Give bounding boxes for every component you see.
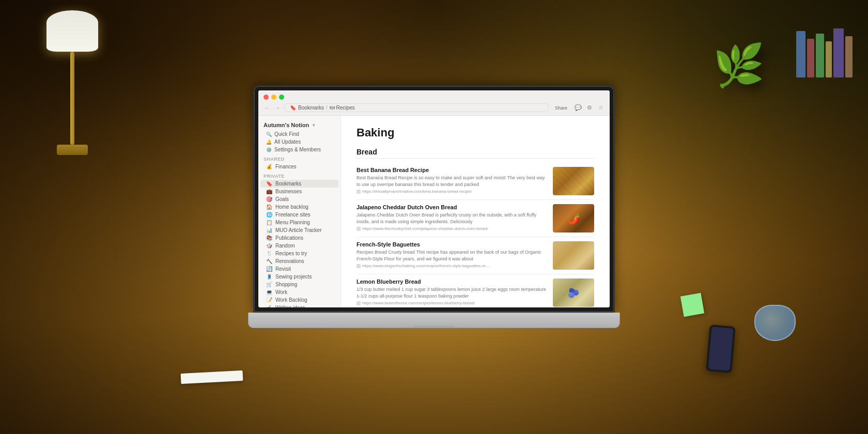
book-5 — [833, 28, 844, 78]
bowl — [754, 305, 796, 341]
recipe-baguette-info: French-Style Baguettes Recipes Bread Cru… — [357, 241, 548, 270]
recipe-banana-bread-info: Best Banana Bread Recipe Best Banana Bre… — [357, 167, 548, 195]
recipe-banana-bread[interactable]: Best Banana Bread Recipe Best Banana Bre… — [357, 163, 594, 200]
recipes-icon: 🍴 — [266, 251, 273, 256]
sidebar-item-recipes[interactable]: 🍴 Recipes to try — [260, 250, 338, 257]
recipe-jalapeno-info: Jalapeno Cheddar Dutch Oven Bread Jalape… — [357, 204, 548, 233]
muo-icon: 📊 — [266, 227, 273, 233]
recipe-banana-bread-url: https://thesaltymarshmallow.com/best-ban… — [357, 189, 548, 194]
sidebar-item-renovations[interactable]: 🔨 Renovations — [260, 257, 338, 265]
maximize-button[interactable] — [279, 95, 284, 100]
notebook — [181, 372, 243, 382]
recipe-jalapeno-title: Jalapeno Cheddar Dutch Oven Bread — [357, 204, 548, 210]
recipe-banana-bread-desc: Best Banana Bread Recipe is so easy to m… — [357, 175, 548, 188]
all-updates-label: All Updates — [274, 139, 301, 145]
shared-section-label: SHARED — [258, 153, 340, 163]
recipe-baguette-desc: Recipes Bread Crusty bread This recipe h… — [357, 249, 548, 262]
url-icon-2 — [357, 227, 361, 231]
laptop-keyboard — [248, 313, 620, 328]
laptop-screen: ← → 🔖 Bookmarks / 🍽 Recipes Share 💬 ⚙ ☆ — [253, 85, 615, 313]
writing-label: Writing ideas — [275, 305, 305, 307]
sidebar-item-menu-planning[interactable]: 📋 Menu Planning — [260, 219, 338, 226]
forward-button[interactable]: → — [274, 104, 281, 112]
work-label: Work — [275, 289, 287, 295]
bookmark-icon: 🔖 — [290, 105, 296, 111]
sidebar-item-goals[interactable]: 🎯 Goals — [260, 195, 338, 203]
recipe-jalapeno-img — [553, 204, 594, 233]
breadcrumb-bar[interactable]: 🔖 Bookmarks / 🍽 Recipes — [284, 103, 549, 112]
sidebar-item-bookmarks[interactable]: 🔖 Bookmarks — [260, 180, 338, 188]
sewing-icon: 🧵 — [266, 274, 273, 280]
finances-icon: 💰 — [266, 164, 273, 169]
recipe-jalapeno[interactable]: Jalapeno Cheddar Dutch Oven Bread Jalape… — [357, 200, 594, 237]
workspace-chevron-icon: ▼ — [312, 123, 316, 128]
book-4 — [826, 41, 832, 78]
shopping-icon: 🛒 — [266, 282, 273, 287]
goals-icon: 🎯 — [266, 196, 273, 202]
sidebar-item-shopping[interactable]: 🛒 Shopping — [260, 281, 338, 288]
url-icon — [357, 190, 361, 194]
app-layout: Autumn's Notion ▼ 🔍 Quick Find 🔔 All Upd… — [258, 116, 610, 307]
lamp-base — [57, 145, 88, 155]
renovations-icon: 🔨 — [266, 258, 273, 264]
sidebar-item-revisit[interactable]: 🔄 Revisit — [260, 265, 338, 273]
sidebar-item-publications[interactable]: 📚 Publications — [260, 234, 338, 242]
settings-icon: ⚙️ — [266, 147, 272, 152]
page-title: Baking — [357, 126, 594, 140]
shopping-label: Shopping — [275, 282, 297, 287]
businesses-icon: 💼 — [266, 189, 273, 194]
share-button[interactable]: Share — [552, 104, 570, 112]
sidebar-item-random[interactable]: 🎲 Random — [260, 242, 338, 250]
close-button[interactable] — [264, 95, 269, 100]
businesses-label: Businesses — [275, 189, 302, 194]
recipe-lemon-bread-info: Lemon Blueberry Bread 1/3 cup butter mel… — [357, 278, 548, 307]
sidebar-item-settings[interactable]: ⚙️ Settings & Members — [260, 146, 338, 153]
notebook-paper — [181, 370, 243, 384]
traffic-lights — [258, 90, 610, 102]
browser-chrome: ← → 🔖 Bookmarks / 🍽 Recipes Share 💬 ⚙ ☆ — [258, 90, 610, 116]
recipe-baguette-img — [553, 241, 594, 270]
sticky-note — [680, 293, 704, 317]
home-backlog-label: Home backlog — [275, 204, 308, 210]
recipe-lemon-bread[interactable]: Lemon Blueberry Bread 1/3 cup butter mel… — [357, 274, 594, 307]
workspace-name: Autumn's Notion — [264, 122, 309, 128]
breadcrumb-sep: / — [326, 105, 328, 111]
sidebar-item-all-updates[interactable]: 🔔 All Updates — [260, 138, 338, 146]
menu-planning-label: Menu Planning — [275, 220, 310, 225]
renovations-label: Renovations — [275, 258, 304, 264]
book-6 — [845, 36, 853, 78]
breadcrumb-recipes: 🍽 Recipes — [330, 105, 355, 111]
sidebar-item-home-backlog[interactable]: 🏠 Home backlog — [260, 203, 338, 211]
lamp-arm — [70, 52, 74, 145]
sidebar-item-work[interactable]: 💻 Work — [260, 288, 338, 296]
revisit-icon: 🔄 — [266, 266, 273, 272]
back-button[interactable]: ← — [264, 104, 271, 112]
fish-bowl — [754, 305, 796, 341]
sidebar-item-freelance[interactable]: 🌐 Freelance sites — [260, 211, 338, 219]
sidebar-item-quick-find[interactable]: 🔍 Quick Find — [260, 130, 338, 138]
random-icon: 🎲 — [266, 243, 273, 249]
sidebar-item-businesses[interactable]: 💼 Businesses — [260, 188, 338, 195]
sidebar-item-work-backlog[interactable]: 📝 Work Backlog — [260, 296, 338, 304]
sidebar-item-writing[interactable]: ✍️ Writing ideas — [260, 304, 338, 307]
comment-icon[interactable]: 💬 — [575, 104, 582, 112]
recipe-baguette[interactable]: French-Style Baguettes Recipes Bread Cru… — [357, 237, 594, 274]
recipe-baguette-title: French-Style Baguettes — [357, 241, 548, 247]
url-text-4: https://www.tasteofhome.com/recipes/lemo… — [362, 301, 475, 305]
url-text-2: https://www.thechunkychef.com/jalapeno-c… — [362, 226, 488, 231]
book-3 — [816, 34, 824, 78]
sidebar-item-finances[interactable]: 💰 Finances — [260, 163, 338, 171]
freelance-icon: 🌐 — [266, 212, 273, 218]
laptop: ← → 🔖 Bookmarks / 🍽 Recipes Share 💬 ⚙ ☆ — [253, 85, 615, 328]
work-backlog-icon: 📝 — [266, 297, 273, 303]
help-icon[interactable]: ⚙ — [586, 104, 593, 112]
workspace-header[interactable]: Autumn's Notion ▼ — [258, 120, 340, 130]
sidebar-item-muo[interactable]: 📊 MUO Article Tracker — [260, 226, 338, 234]
star-icon[interactable]: ☆ — [597, 104, 605, 112]
sidebar-item-sewing[interactable]: 🧵 Sewing projects — [260, 273, 338, 281]
recipe-lemon-bread-desc: 1/3 cup butter melted 1 cup sugar 3 tabl… — [357, 286, 548, 299]
minimize-button[interactable] — [271, 95, 276, 100]
lamp-shade — [47, 10, 98, 52]
section-bread: Bread — [357, 148, 594, 159]
url-text-3: https://www.kingarthurbaking.com/recipes… — [362, 264, 489, 268]
